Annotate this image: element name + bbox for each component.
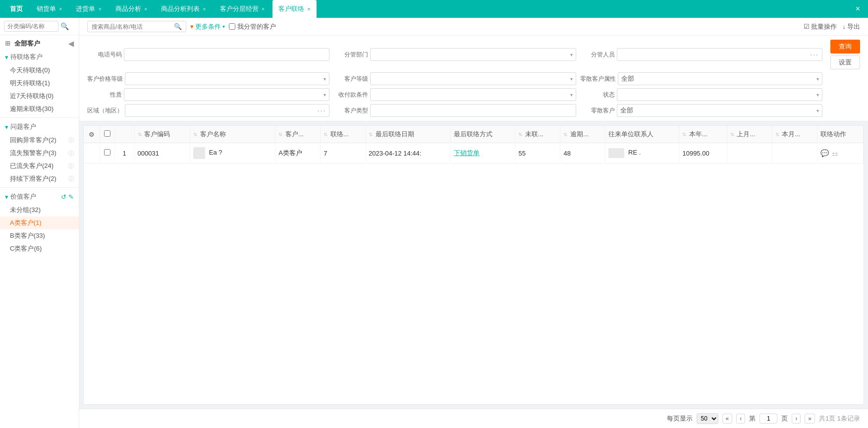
phone-label: 电话号码 <box>87 51 122 59</box>
sidebar-group-problem[interactable]: ▾ 问题客户 <box>0 120 79 134</box>
sidebar-item-b-class[interactable]: B类客户(33) <box>0 229 79 242</box>
area-select[interactable]: ··· <box>125 104 329 117</box>
sidebar-search-icon[interactable]: 🔍 <box>60 22 69 30</box>
filter-icon: ▾ <box>190 23 194 30</box>
page-input[interactable] <box>760 414 777 424</box>
nav-purchase[interactable]: 进货单 × <box>70 0 107 18</box>
close-goods-list-icon[interactable]: × <box>203 6 206 12</box>
sort-contacts-icon[interactable]: ⇅ <box>324 132 327 137</box>
per-page-select[interactable]: 50 <box>697 413 718 424</box>
nav-customer-contact[interactable]: 客户联络 × <box>272 0 316 18</box>
first-page-btn[interactable]: « <box>722 414 733 424</box>
batch-op-btn[interactable]: ☑ 批量操作 <box>804 22 837 31</box>
nav-goods-analysis[interactable]: 商品分析 × <box>109 0 153 18</box>
filter-search-input[interactable] <box>92 23 172 30</box>
sidebar-item-c-class[interactable]: C类客户(6) <box>0 242 79 255</box>
nav-home[interactable]: 首页 <box>4 0 29 18</box>
my-customers-checkbox[interactable] <box>229 23 235 30</box>
next-page-btn[interactable]: › <box>792 414 801 424</box>
sidebar-item-churned[interactable]: 已流失客户(24) ⓘ <box>0 160 79 172</box>
sort-lm-icon[interactable]: ⇅ <box>730 132 734 137</box>
arrow-down-icon: ▾ <box>5 54 8 61</box>
sort-overdue-icon[interactable]: ⇅ <box>563 132 567 137</box>
customer-type-select[interactable] <box>370 104 576 117</box>
filter-dept: 分管部门 ▾ <box>333 48 576 61</box>
price-level-select[interactable]: ▾ <box>125 72 329 85</box>
row-action: 💬 ⚏ <box>817 143 863 163</box>
my-customers-filter: 我分管的客户 <box>229 22 276 31</box>
gear-icon[interactable]: ⚙ <box>89 131 95 138</box>
staff-select[interactable]: ··· <box>617 48 822 61</box>
close-purchase-icon[interactable]: × <box>98 6 101 12</box>
qr-icon[interactable]: ⚏ <box>832 149 838 157</box>
customer-level-select[interactable]: ▾ <box>370 72 576 85</box>
nav-sales[interactable]: 销货单 × <box>31 0 68 18</box>
last-page-btn[interactable]: » <box>805 414 815 424</box>
col-action-header: 联络动作 <box>817 126 863 143</box>
sidebar-group-pending[interactable]: ▾ 待联络客户 <box>0 50 79 64</box>
export-btn[interactable]: ↓ 导出 <box>843 22 861 31</box>
sidebar-item-ungroup[interactable]: 未分组(32) <box>0 204 79 216</box>
customer-table: ⚙ ⇅ 客户编码 ⇅ 客户名称 <box>84 126 864 163</box>
sort-year-icon[interactable]: ⇅ <box>682 132 686 137</box>
retail-attr-select[interactable]: 全部 ▾ <box>618 72 822 85</box>
retail-customer-label: 零散客户 <box>580 107 615 115</box>
query-button[interactable]: 查询 <box>830 40 860 54</box>
row-name[interactable]: Ea ? <box>190 143 275 163</box>
row-select-checkbox[interactable] <box>104 149 110 156</box>
nav-goods-analysis-list[interactable]: 商品分析列表 × <box>155 0 212 18</box>
filter-row-2: 客户价格等级 ▾ 客户等级 ▾ 零散客户属性 全部 <box>87 72 860 85</box>
col-gear[interactable]: ⚙ <box>84 126 100 143</box>
phone-input[interactable] <box>124 48 329 61</box>
close-all-icon[interactable]: × <box>856 4 860 13</box>
sidebar-item-declining[interactable]: 持续下滑客户(2) ⓘ <box>0 172 79 185</box>
close-customer-contact-icon[interactable]: × <box>307 6 310 12</box>
more-conditions-btn[interactable]: ▾ 更多条件 ▾ <box>190 22 225 31</box>
total-info: 共1页 1条记录 <box>819 414 860 423</box>
row-checkbox[interactable] <box>100 143 114 163</box>
nature-select[interactable]: ▾ <box>124 88 329 101</box>
edit-icon[interactable]: ✎ <box>68 193 74 201</box>
sidebar-item-churn-warning[interactable]: 流失预警客户(3) ⓘ <box>0 147 79 160</box>
refresh-icon[interactable]: ↺ <box>61 193 66 201</box>
sidebar-collapse-icon[interactable]: ◀ <box>68 40 74 48</box>
close-customer-tier-icon[interactable]: × <box>262 6 265 12</box>
toolbar-right: ☑ 批量操作 ↓ 导出 <box>804 22 861 31</box>
retail-customer-select[interactable]: 全部 ▾ <box>617 104 822 117</box>
dept-select[interactable]: ▾ <box>370 48 576 61</box>
col-this-month-header: ⇅ 本月... <box>772 126 817 143</box>
sidebar-group-value[interactable]: ▾ 价值客户 ↺ ✎ <box>0 190 79 204</box>
filter-row-3: 性质 ▾ 收付款条件 ▾ 状态 <box>87 88 860 101</box>
filter-search-icon[interactable]: 🔍 <box>174 23 182 30</box>
close-goods-analysis-icon[interactable]: × <box>144 6 147 12</box>
select-all-checkbox[interactable] <box>104 130 110 137</box>
sidebar-item-today[interactable]: 今天待联络(0) <box>0 64 79 77</box>
prev-page-btn[interactable]: ‹ <box>736 414 745 424</box>
nav-customer-tier[interactable]: 客户分层经营 × <box>214 0 271 18</box>
all-customers-label: ⊞ 全部客户 <box>5 39 40 48</box>
sort-code-icon[interactable]: ⇅ <box>138 132 142 137</box>
col-check[interactable] <box>100 126 114 143</box>
sidebar-item-tomorrow[interactable]: 明天待联络(1) <box>0 77 79 90</box>
row-last-way[interactable]: 下销货单 <box>451 143 515 163</box>
message-icon[interactable]: 💬 <box>820 149 829 157</box>
sort-date-icon[interactable]: ⇅ <box>369 132 373 137</box>
sidebar-item-7days[interactable]: 近7天待联络(0) <box>0 90 79 103</box>
sidebar-search-input[interactable] <box>4 21 58 32</box>
status-select[interactable]: ▾ <box>617 88 822 101</box>
settings-button[interactable]: 设置 <box>830 55 860 69</box>
payment-select[interactable]: ▾ <box>370 88 576 101</box>
sort-no-contact-icon[interactable]: ⇅ <box>518 132 522 137</box>
row-num: 1 <box>114 143 134 163</box>
sort-name-icon[interactable]: ⇅ <box>193 132 197 137</box>
close-sales-icon[interactable]: × <box>59 6 62 12</box>
sidebar-item-overdue[interactable]: 逾期未联络(30) <box>0 103 79 115</box>
advanced-filters: 电话号码 分管部门 ▾ 分管人员 ··· <box>79 36 868 121</box>
sidebar-header: ⊞ 全部客户 ◀ <box>0 35 79 50</box>
row-last-month <box>727 143 772 163</box>
sidebar-item-repurchase[interactable]: 回购异常客户(2) ⓘ <box>0 134 79 147</box>
sort-category-icon[interactable]: ⇅ <box>278 132 282 137</box>
col-unit-contacts-header: 往来单位联系人 <box>605 126 679 143</box>
sidebar-item-a-class[interactable]: A类客户(1) <box>0 216 79 229</box>
sort-tm-icon[interactable]: ⇅ <box>775 132 779 137</box>
